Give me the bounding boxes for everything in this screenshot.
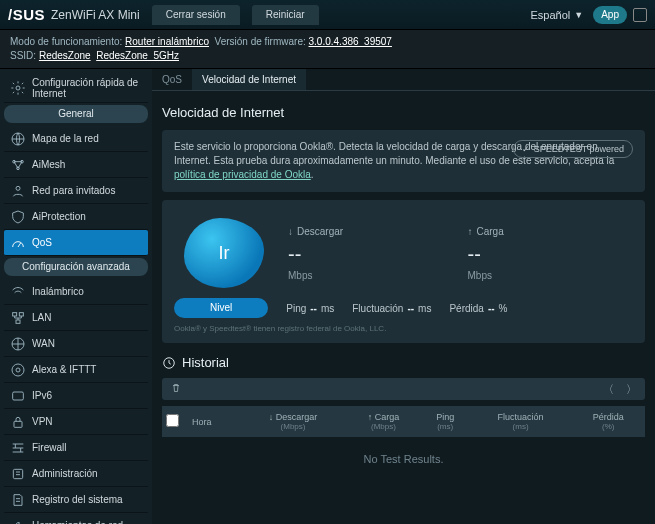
sidebar-item-aiprotection[interactable]: AiProtection <box>4 204 148 230</box>
sidebar-item-vpn[interactable]: VPN <box>4 409 148 435</box>
sidebar-item-label: Mapa de la red <box>32 133 99 144</box>
download-metric: ↓Descargar -- Mbps <box>288 226 454 281</box>
top-bar: /SUS ZenWiFi AX Mini Cerrar sesión Reini… <box>0 0 655 30</box>
app-link[interactable]: App <box>593 6 627 24</box>
remote-icon[interactable] <box>633 8 647 22</box>
sidebar-item-label: QoS <box>32 237 52 248</box>
gauge-icon <box>10 235 26 251</box>
select-all-checkbox[interactable] <box>166 414 179 427</box>
sidebar-item-wireless[interactable]: Inalámbrico <box>4 279 148 305</box>
svg-rect-7 <box>19 312 23 315</box>
sidebar-item-label: Firewall <box>32 442 66 453</box>
ping-metric: Ping -- ms <box>286 303 334 314</box>
page-title: Velocidad de Internet <box>162 105 645 120</box>
next-page-button[interactable]: 〉 <box>626 382 637 397</box>
sidebar: Configuración rápida de Internet General… <box>0 69 152 524</box>
sidebar-item-nettools[interactable]: Herramientas de red <box>4 513 148 524</box>
sidebar-item-label: Inalámbrico <box>32 286 84 297</box>
upload-metric: ↑Carga -- Mbps <box>468 226 634 281</box>
log-icon <box>10 492 26 508</box>
ssid-link-1[interactable]: RedesZone <box>39 50 91 61</box>
privacy-link[interactable]: política de privacidad de Ookla <box>174 169 311 180</box>
history-icon <box>162 356 176 370</box>
th-upload: ↑ Carga(Mbps) <box>346 406 420 437</box>
sidebar-item-label: AiProtection <box>32 211 86 222</box>
chevron-down-icon: ▼ <box>574 10 583 20</box>
no-results-text: No Test Results. <box>162 437 645 481</box>
svg-rect-12 <box>13 392 24 400</box>
svg-point-0 <box>16 86 20 90</box>
language-selector[interactable]: Español <box>531 9 571 21</box>
ipv6-icon <box>10 388 26 404</box>
trademark-text: Ookla® y Speedtest® tienen registro fede… <box>174 324 633 333</box>
sidebar-item-aimesh[interactable]: AiMesh <box>4 152 148 178</box>
sidebar-item-administration[interactable]: Administración <box>4 461 148 487</box>
admin-icon <box>10 466 26 482</box>
svg-point-11 <box>16 368 20 372</box>
sidebar-item-label: IPv6 <box>32 390 52 401</box>
sub-tabs: QoS Velocidad de Internet <box>152 69 655 91</box>
go-button[interactable]: Ir <box>184 218 264 288</box>
sidebar-item-wan[interactable]: WAN <box>4 331 148 357</box>
loss-metric: Pérdida -- % <box>449 303 507 314</box>
svg-rect-14 <box>13 469 22 478</box>
sidebar-item-label: Alexa & IFTTT <box>32 364 96 375</box>
sidebar-group-advanced: Configuración avanzada <box>4 258 148 276</box>
th-jitter: Fluctuación(ms) <box>470 406 572 437</box>
sidebar-item-firewall[interactable]: Firewall <box>4 435 148 461</box>
tab-qos[interactable]: QoS <box>152 69 192 90</box>
wrench-icon <box>10 518 26 525</box>
svg-rect-6 <box>13 312 17 315</box>
sidebar-item-alexa[interactable]: Alexa & IFTTT <box>4 357 148 383</box>
lan-icon <box>10 310 26 326</box>
svg-point-5 <box>16 186 20 190</box>
svg-rect-13 <box>14 421 22 427</box>
level-button[interactable]: Nivel <box>174 298 268 318</box>
sidebar-item-network-map[interactable]: Mapa de la red <box>4 126 148 152</box>
prev-page-button[interactable]: 〈 <box>603 382 614 397</box>
model-name: ZenWiFi AX Mini <box>51 8 140 22</box>
main-content: QoS Velocidad de Internet Velocidad de I… <box>152 69 655 524</box>
sidebar-item-label: VPN <box>32 416 53 427</box>
sidebar-item-syslog[interactable]: Registro del sistema <box>4 487 148 513</box>
th-download: ↓ Descargar(Mbps) <box>240 406 346 437</box>
wan-icon <box>10 336 26 352</box>
sidebar-item-qos[interactable]: QoS <box>4 230 148 256</box>
sidebar-item-label: Administración <box>32 468 98 479</box>
delete-button[interactable] <box>170 382 182 396</box>
svg-rect-8 <box>16 320 20 323</box>
wifi-icon <box>10 284 26 300</box>
download-arrow-icon: ↓ <box>288 226 293 237</box>
reboot-button[interactable]: Reiniciar <box>252 5 319 25</box>
intro-card: SPEEDTEST powered Este servicio lo propo… <box>162 130 645 192</box>
globe-icon <box>10 131 26 147</box>
sidebar-item-label: Herramientas de red <box>32 520 123 524</box>
firmware-link[interactable]: 3.0.0.4.386_39507 <box>309 36 392 47</box>
sidebar-item-quick-setup[interactable]: Configuración rápida de Internet <box>4 73 148 103</box>
ssid-link-2[interactable]: RedesZone_5GHz <box>96 50 179 61</box>
tab-internet-speed[interactable]: Velocidad de Internet <box>192 69 306 90</box>
upload-value: -- <box>468 243 634 266</box>
sidebar-item-lan[interactable]: LAN <box>4 305 148 331</box>
download-value: -- <box>288 243 454 266</box>
sidebar-item-ipv6[interactable]: IPv6 <box>4 383 148 409</box>
history-table: Hora ↓ Descargar(Mbps) ↑ Carga(Mbps) Pin… <box>162 406 645 481</box>
voice-icon <box>10 362 26 378</box>
guest-icon <box>10 183 26 199</box>
info-bar: Modo de funcionamiento: Router inalámbri… <box>0 30 655 69</box>
speedtest-badge: SPEEDTEST powered <box>513 140 633 158</box>
logout-button[interactable]: Cerrar sesión <box>152 5 240 25</box>
speedtest-card: Ir ↓Descargar -- Mbps ↑Carga -- Mbps Niv… <box>162 200 645 343</box>
th-loss: Pérdida(%) <box>571 406 645 437</box>
th-ping: Ping(ms) <box>421 406 470 437</box>
history-toolbar: 〈 〉 <box>162 378 645 400</box>
sidebar-item-label: Configuración rápida de Internet <box>32 77 142 99</box>
sidebar-item-label: AiMesh <box>32 159 65 170</box>
sidebar-item-label: Registro del sistema <box>32 494 123 505</box>
sidebar-item-guest-network[interactable]: Red para invitados <box>4 178 148 204</box>
operation-mode-link[interactable]: Router inalámbrico <box>125 36 209 47</box>
lock-icon <box>10 414 26 430</box>
sidebar-item-label: Red para invitados <box>32 185 115 196</box>
history-heading: Historial <box>162 351 645 374</box>
shield-icon <box>10 209 26 225</box>
